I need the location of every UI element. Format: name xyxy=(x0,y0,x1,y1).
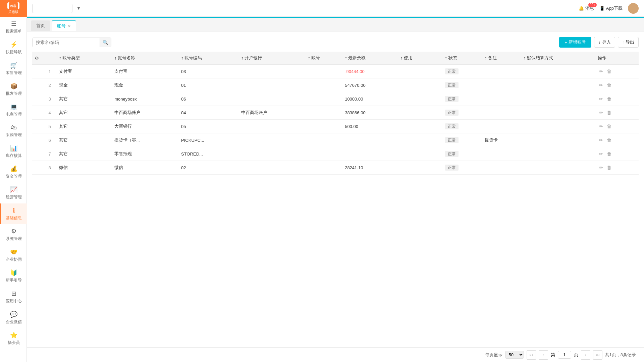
member-icon: ⭐ xyxy=(10,331,17,339)
page-size-select[interactable]: 50 100 200 xyxy=(505,351,524,359)
col-balance[interactable]: ↕ 最新余额 xyxy=(342,52,397,65)
system-icon: ⚙ xyxy=(11,228,16,235)
col-name[interactable]: ↕ 账号名称 xyxy=(112,52,178,65)
col-account[interactable]: ↕ 账号 xyxy=(305,52,342,65)
delete-button[interactable]: 🗑 xyxy=(605,164,613,171)
sidebar-item-system[interactable]: ⚙ 系统管理 xyxy=(0,224,27,245)
table-row: 6 其它 提货卡（零... PICKUPC... 正常 提货卡 ✏ 🗑 xyxy=(32,133,639,147)
sidebar-item-wholesale[interactable]: 📦 批发管理 xyxy=(0,79,27,100)
col-bank-label: ↕ 开户银行 xyxy=(241,55,262,60)
delete-button[interactable]: 🗑 xyxy=(605,137,613,143)
sidebar-item-wechat[interactable]: 💬 企业微信 xyxy=(0,307,27,328)
col-settings[interactable]: ⚙ xyxy=(32,52,43,65)
search-button[interactable]: 🔍 xyxy=(100,38,111,47)
delete-button[interactable]: 🗑 xyxy=(605,150,613,157)
col-bank[interactable]: ↕ 开户银行 xyxy=(238,52,305,65)
row-code: 01 xyxy=(178,78,238,92)
prev-page-button[interactable]: ‹ xyxy=(539,350,548,360)
sidebar-item-purchase[interactable]: 🛍 采购管理 xyxy=(0,121,27,141)
table-row: 3 其它 moneybosx 06 10000.00 正常 ✏ 🗑 xyxy=(32,92,639,106)
row-bank xyxy=(238,147,305,161)
user-avatar[interactable] xyxy=(628,3,639,14)
edit-button[interactable]: ✏ xyxy=(598,68,604,75)
first-page-button[interactable]: ⏮ xyxy=(527,350,536,360)
app-download-button[interactable]: 📱 App下载 xyxy=(599,5,623,11)
delete-button[interactable]: 🗑 xyxy=(605,123,613,130)
import-button[interactable]: ↓ 导入 xyxy=(594,37,615,48)
sidebar-item-ecommerce[interactable]: 💻 电商管理 xyxy=(0,100,27,121)
operation-icon: 📈 xyxy=(10,186,17,193)
header-left: ▼ xyxy=(32,4,81,13)
sidebar-item-corporate[interactable]: 🤝 企业协同 xyxy=(0,245,27,266)
col-type[interactable]: ↕ 账号类型 xyxy=(56,52,112,65)
row-type: 其它 xyxy=(56,120,112,133)
row-account xyxy=(305,106,342,120)
row-code: 06 xyxy=(178,92,238,106)
row-usage xyxy=(397,78,442,92)
row-bank xyxy=(238,120,305,133)
col-code[interactable]: ↕ 账号编码 xyxy=(178,52,238,65)
delete-button[interactable]: 🗑 xyxy=(605,82,613,88)
delete-button[interactable]: 🗑 xyxy=(605,68,613,75)
col-status[interactable]: ↕ 状态 xyxy=(442,52,482,65)
status-badge: 正常 xyxy=(445,137,459,143)
dropdown-arrow-icon: ▼ xyxy=(76,6,81,11)
row-bank: 中百商场账户 xyxy=(238,106,305,120)
message-button[interactable]: 🔔 消息 99+ xyxy=(579,5,594,11)
edit-button[interactable]: ✏ xyxy=(598,96,604,102)
sidebar-item-guide[interactable]: 🔰 新手引导 xyxy=(0,266,27,287)
edit-button[interactable]: ✏ xyxy=(598,137,604,143)
edit-button[interactable]: ✏ xyxy=(598,109,604,116)
row-name: 支付宝 xyxy=(112,65,178,78)
row-type: 其它 xyxy=(56,147,112,161)
col-usage[interactable]: ↕ 使用... xyxy=(397,52,442,65)
header-dropdown[interactable]: ▼ xyxy=(76,6,81,11)
tab-account[interactable]: 账号 ✕ xyxy=(52,20,76,31)
col-remark[interactable]: ↕ 备注 xyxy=(482,52,521,65)
row-balance: 383866.00 xyxy=(342,106,397,120)
search-input[interactable] xyxy=(33,38,100,47)
sidebar-item-label: 采购管理 xyxy=(6,132,22,138)
delete-button[interactable]: 🗑 xyxy=(605,96,613,102)
svg-text:稻谷: 稻谷 xyxy=(10,4,17,8)
header-search-input[interactable] xyxy=(32,4,72,13)
row-usage xyxy=(397,133,442,147)
row-default-settle xyxy=(521,106,595,120)
row-settings xyxy=(32,65,43,78)
sidebar-item-shortcut[interactable]: ⚡ 快捷导航 xyxy=(0,38,27,58)
sidebar-item-label: 应用中心 xyxy=(6,298,22,304)
sidebar-item-label: 批发管理 xyxy=(6,91,22,97)
sidebar-item-search[interactable]: ☰ 搜索菜单 xyxy=(0,17,27,38)
import-icon: ↓ xyxy=(598,40,601,45)
shortcut-icon: ⚡ xyxy=(10,41,17,48)
sidebar-item-basic[interactable]: ℹ 基础信息 xyxy=(0,203,27,224)
table-row: 7 其它 零售抵现 STORED... 正常 ✏ 🗑 xyxy=(32,147,639,161)
last-page-button[interactable]: ⏭ xyxy=(593,350,602,360)
edit-button[interactable]: ✏ xyxy=(598,164,604,171)
col-default-settle[interactable]: ↕ 默认结算方式 xyxy=(521,52,595,65)
sidebar-item-label: 零售管理 xyxy=(6,70,22,76)
row-type: 其它 xyxy=(56,106,112,120)
tab-home[interactable]: 首页 xyxy=(31,20,50,31)
edit-button[interactable]: ✏ xyxy=(598,123,604,130)
sidebar-item-retail[interactable]: 🛒 零售管理 xyxy=(0,58,27,79)
sidebar-item-app-center[interactable]: ⊞ 应用中心 xyxy=(0,287,27,307)
col-account-label: ↕ 账号 xyxy=(308,55,320,60)
page-number-input[interactable] xyxy=(558,351,571,359)
sidebar-item-operation[interactable]: 📈 经营管理 xyxy=(0,183,27,203)
export-button[interactable]: ↑ 导出 xyxy=(618,37,639,48)
sidebar-item-member[interactable]: ⭐ 畅会员 xyxy=(0,328,27,349)
add-account-button[interactable]: + 新增账号 xyxy=(559,37,591,48)
row-settings xyxy=(32,147,43,161)
row-name: 中百商场账户 xyxy=(112,106,178,120)
sidebar-item-inventory[interactable]: 📊 库存核算 xyxy=(0,141,27,162)
sidebar-item-finance[interactable]: 💰 资金管理 xyxy=(0,162,27,183)
status-badge: 正常 xyxy=(445,123,459,129)
next-page-button[interactable]: › xyxy=(581,350,590,360)
row-usage xyxy=(397,161,442,175)
edit-button[interactable]: ✏ xyxy=(598,82,604,88)
edit-button[interactable]: ✏ xyxy=(598,150,604,157)
row-balance: -90444.00 xyxy=(342,65,397,78)
tab-close-icon[interactable]: ✕ xyxy=(68,24,71,28)
delete-button[interactable]: 🗑 xyxy=(605,109,613,116)
